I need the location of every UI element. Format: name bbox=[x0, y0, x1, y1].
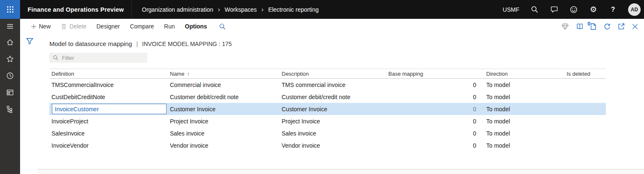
new-button[interactable]: New bbox=[26, 19, 56, 34]
cell-description[interactable]: Project Invoice bbox=[278, 118, 385, 125]
nav-recent-button[interactable] bbox=[0, 67, 20, 84]
cell-direction[interactable]: To model bbox=[481, 106, 562, 113]
refresh-icon bbox=[603, 23, 611, 31]
column-header-is-deleted[interactable]: Is deleted bbox=[562, 71, 606, 77]
cell-definition[interactable]: SalesInvoice bbox=[49, 130, 167, 137]
cell-description[interactable]: Vendor invoice bbox=[278, 142, 385, 149]
grid-row[interactable]: InvoiceProject Project Invoice Project I… bbox=[49, 115, 606, 127]
company-picker[interactable]: USMF bbox=[503, 6, 519, 13]
find-button[interactable] bbox=[219, 23, 226, 30]
personalize-button[interactable] bbox=[561, 23, 569, 31]
cell-definition[interactable]: InvoiceProject bbox=[49, 118, 167, 125]
column-header-definition[interactable]: Definition bbox=[49, 71, 167, 77]
column-header-description[interactable]: Description bbox=[278, 71, 385, 77]
cell-name[interactable]: Customer debit/credit note bbox=[167, 94, 278, 100]
search-button[interactable] bbox=[530, 5, 539, 14]
sort-ascending-icon: ↑ bbox=[187, 71, 190, 77]
designer-button-label: Designer bbox=[96, 23, 120, 30]
cell-direction[interactable]: To model bbox=[481, 82, 562, 88]
cell-description[interactable]: Sales invoice bbox=[278, 130, 385, 137]
nav-favorites-button[interactable] bbox=[0, 51, 20, 67]
record-title: INVOICE MODEL MAPPING : 175 bbox=[142, 41, 232, 47]
cell-direction[interactable]: To model bbox=[481, 142, 562, 149]
cell-name[interactable]: Commercial invoice bbox=[167, 82, 278, 88]
grid-filter-box bbox=[49, 53, 147, 63]
cell-direction[interactable]: To model bbox=[481, 118, 562, 125]
close-icon bbox=[632, 23, 638, 30]
messages-button[interactable] bbox=[549, 5, 559, 14]
open-in-new-window-button[interactable] bbox=[618, 23, 625, 30]
section-below bbox=[38, 169, 644, 174]
column-header-name[interactable]: Name↑ bbox=[167, 71, 278, 77]
options-button-label: Options bbox=[185, 23, 207, 30]
nav-home-button[interactable] bbox=[0, 34, 20, 51]
new-button-label: New bbox=[39, 23, 51, 30]
cell-base-mapping[interactable]: 0 bbox=[385, 94, 481, 100]
reading-pane-button[interactable] bbox=[576, 23, 584, 31]
cell-base-mapping[interactable]: 0 bbox=[385, 106, 481, 113]
close-button[interactable] bbox=[632, 23, 638, 30]
cell-base-mapping[interactable]: 0 bbox=[385, 82, 481, 88]
breadcrumb-item-electronic-reporting[interactable]: Electronic reporting bbox=[268, 6, 319, 13]
star-icon bbox=[6, 55, 14, 63]
refresh-button[interactable] bbox=[603, 23, 611, 31]
cell-description[interactable]: Customer Invoice bbox=[278, 106, 385, 113]
cell-definition[interactable]: CustDebitCreditNote bbox=[49, 94, 167, 100]
grid-row-selected[interactable]: Customer Invoice Customer Invoice 0 To m… bbox=[49, 103, 606, 115]
grid-header-row: Definition Name↑ Description Base mappin… bbox=[49, 69, 606, 79]
grid-row[interactable]: SalesInvoice Sales invoice Sales invoice… bbox=[49, 127, 606, 139]
column-header-direction[interactable]: Direction bbox=[481, 71, 562, 77]
app-title[interactable]: Finance and Operations Preview bbox=[28, 6, 124, 13]
definition-input[interactable] bbox=[54, 105, 166, 113]
cell-definition-editing[interactable] bbox=[49, 104, 167, 114]
breadcrumb-item-organization-administration[interactable]: Organization administration bbox=[142, 6, 213, 13]
designer-button[interactable]: Designer bbox=[91, 19, 125, 34]
cell-definition[interactable]: TMSCommercialInvoice bbox=[49, 82, 167, 88]
run-button[interactable]: Run bbox=[159, 19, 180, 34]
settings-button[interactable]: ⚙ bbox=[589, 5, 598, 14]
hamburger-icon bbox=[6, 22, 14, 31]
cell-name[interactable]: Project Invoice bbox=[167, 118, 278, 125]
chevron-right-icon: › bbox=[218, 6, 220, 13]
filter-input[interactable] bbox=[61, 54, 144, 61]
column-header-base-mapping[interactable]: Base mapping bbox=[385, 71, 481, 77]
cell-definition[interactable]: InvoiceVendor bbox=[49, 142, 167, 149]
cell-direction[interactable]: To model bbox=[481, 130, 562, 137]
smiley-icon bbox=[570, 5, 578, 14]
mapping-grid: Definition Name↑ Description Base mappin… bbox=[49, 69, 606, 151]
nav-menu-button[interactable] bbox=[0, 19, 20, 34]
cell-name[interactable]: Sales invoice bbox=[167, 130, 278, 137]
cell-base-mapping[interactable]: 0 bbox=[385, 130, 481, 137]
plus-icon bbox=[31, 24, 36, 29]
action-pane: New Delete Designer Compare Run Options bbox=[20, 19, 644, 34]
attachments-button[interactable]: 0 bbox=[590, 23, 596, 30]
nav-modules-button[interactable] bbox=[0, 101, 20, 118]
cell-name[interactable]: Vendor invoice bbox=[167, 142, 278, 149]
options-button[interactable]: Options bbox=[180, 19, 212, 34]
grid-row[interactable]: TMSCommercialInvoice Commercial invoice … bbox=[49, 79, 606, 91]
chat-icon bbox=[550, 5, 558, 13]
cell-base-mapping[interactable]: 0 bbox=[385, 118, 481, 125]
grid-row[interactable]: CustDebitCreditNote Customer debit/credi… bbox=[49, 91, 606, 103]
compare-button-label: Compare bbox=[130, 23, 154, 30]
cell-description[interactable]: Customer debit/credit note bbox=[278, 94, 385, 100]
compare-button[interactable]: Compare bbox=[125, 19, 159, 34]
book-icon bbox=[576, 23, 584, 31]
nav-workspaces-button[interactable] bbox=[0, 84, 20, 101]
app-launcher-button[interactable] bbox=[0, 0, 20, 19]
delete-button-label: Delete bbox=[69, 23, 86, 30]
top-navigation-bar: Finance and Operations Preview Organizat… bbox=[0, 0, 644, 19]
user-avatar[interactable]: AD bbox=[628, 3, 641, 16]
breadcrumb-item-workspaces[interactable]: Workspaces bbox=[225, 6, 257, 13]
feedback-button[interactable] bbox=[569, 5, 578, 14]
grid-row[interactable]: InvoiceVendor Vendor invoice Vendor invo… bbox=[49, 139, 606, 151]
cell-description[interactable]: TMS commercial invoice bbox=[278, 82, 385, 88]
cell-name[interactable]: Customer Invoice bbox=[167, 106, 278, 113]
help-button[interactable]: ? bbox=[608, 5, 618, 14]
popout-icon bbox=[618, 23, 625, 30]
cell-base-mapping[interactable]: 0 bbox=[385, 142, 481, 149]
filter-pane-button[interactable] bbox=[26, 37, 34, 47]
cell-direction[interactable]: To model bbox=[481, 94, 562, 100]
page-header: Model to datasource mapping | INVOICE MO… bbox=[49, 40, 644, 47]
delete-button[interactable]: Delete bbox=[56, 19, 91, 34]
